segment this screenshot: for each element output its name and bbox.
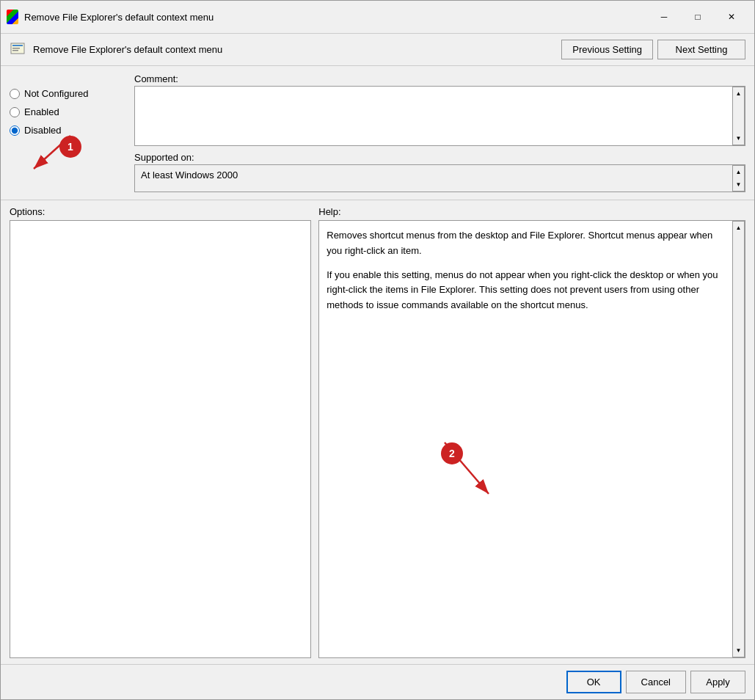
apply-button[interactable]: Apply — [690, 671, 745, 693]
annotation-circle-2: 2 — [441, 442, 463, 464]
radio-not-configured[interactable]: Not Configured — [10, 88, 127, 99]
comment-scroll-down[interactable]: ▼ — [733, 132, 744, 145]
dialog-window: Remove File Explorer's default context m… — [0, 0, 755, 700]
radio-disabled-input[interactable] — [10, 125, 20, 136]
comment-field-row: Comment: ▲ ▼ — [134, 73, 745, 146]
next-setting-button[interactable]: Next Setting — [657, 40, 745, 59]
supported-value: At least Windows 2000 — [135, 165, 732, 192]
comment-container: ▲ ▼ — [134, 86, 745, 146]
options-panel: Options: — [10, 206, 318, 658]
close-button[interactable]: ✕ — [715, 5, 748, 29]
maximize-button[interactable]: □ — [681, 5, 715, 29]
header-title: Remove File Explorer's default context m… — [33, 44, 554, 55]
radio-not-configured-label: Not Configured — [24, 88, 88, 99]
comment-scrollbar: ▲ ▼ — [732, 87, 745, 145]
help-scrollbar: ▲ ▼ — [732, 221, 745, 657]
cancel-button[interactable]: Cancel — [626, 671, 686, 693]
window-title: Remove File Explorer's default context m… — [24, 12, 641, 23]
nav-buttons: Previous Setting Next Setting — [561, 40, 745, 59]
help-box: Removes shortcut menus from the desktop … — [319, 221, 732, 657]
radio-disabled-label: Disabled — [24, 125, 62, 136]
top-section: 1 Not Configured — [1, 66, 754, 200]
help-scroll-thumb — [733, 234, 744, 644]
help-panel: Help: Removes shortcut menus from the de… — [318, 206, 745, 658]
header-bar: Remove File Explorer's default context m… — [1, 34, 754, 66]
minimize-button[interactable]: ─ — [647, 5, 681, 29]
prev-setting-button[interactable]: Previous Setting — [561, 40, 653, 59]
footer: OK Cancel Apply — [1, 664, 754, 699]
help-para-2: If you enable this setting, menus do not… — [327, 268, 725, 313]
help-label: Help: — [318, 206, 745, 217]
supported-label: Supported on: — [134, 152, 745, 163]
comment-input[interactable] — [135, 87, 732, 145]
radio-disabled[interactable]: Disabled — [10, 125, 127, 136]
policy-icon-svg — [10, 42, 26, 58]
window-controls: ─ □ ✕ — [647, 5, 748, 29]
windows-icon — [7, 10, 18, 24]
fields-section: Comment: ▲ ▼ Supported on: At least — [134, 73, 745, 192]
supported-scrollbar: ▲ ▼ — [732, 165, 745, 192]
svg-rect-3 — [12, 50, 18, 51]
options-label: Options: — [10, 206, 311, 217]
radio-enabled-input[interactable] — [10, 107, 20, 117]
svg-rect-1 — [12, 45, 23, 46]
comment-scroll-thumb — [733, 100, 744, 132]
options-box — [10, 220, 311, 658]
supported-field-row: Supported on: At least Windows 2000 ▲ ▼ — [134, 152, 745, 192]
radio-enabled-label: Enabled — [24, 106, 59, 117]
help-box-container: Removes shortcut menus from the desktop … — [318, 220, 745, 658]
help-scroll-down[interactable]: ▼ — [733, 644, 744, 657]
app-icon — [7, 11, 18, 23]
main-section: 2 Options: Help: — [1, 200, 754, 664]
ok-button[interactable]: OK — [566, 671, 621, 693]
help-scroll-up[interactable]: ▲ — [733, 222, 744, 234]
annotation-circle-1: 1 — [59, 136, 81, 158]
help-para-1: Removes shortcut menus from the desktop … — [327, 228, 725, 259]
supported-scroll-down[interactable]: ▼ — [733, 178, 744, 191]
radio-group: Not Configured Enabled Disabled — [10, 73, 127, 192]
title-bar: Remove File Explorer's default context m… — [1, 1, 754, 34]
policy-icon — [10, 42, 26, 58]
radio-not-configured-input[interactable] — [10, 89, 20, 99]
comment-scroll-up[interactable]: ▲ — [733, 87, 744, 100]
content-area: 1 Not Configured — [1, 66, 754, 664]
radio-enabled[interactable]: Enabled — [10, 106, 127, 117]
svg-rect-2 — [12, 48, 20, 49]
comment-label: Comment: — [134, 73, 745, 84]
supported-container: At least Windows 2000 ▲ ▼ — [134, 164, 745, 192]
supported-scroll-up[interactable]: ▲ — [733, 166, 744, 178]
